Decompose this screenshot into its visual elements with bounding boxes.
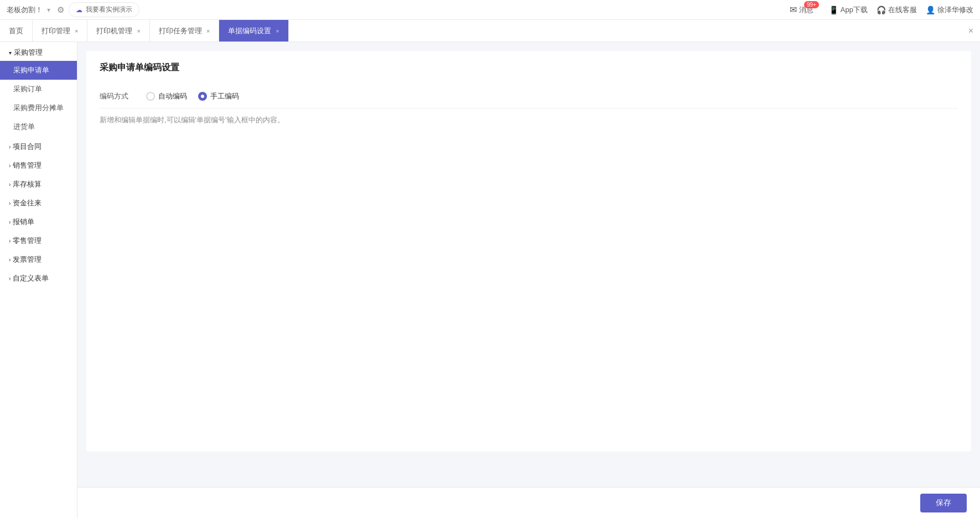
manual-code-label: 手工编码 bbox=[210, 91, 239, 101]
sidebar-group-project-label: 项目合同 bbox=[13, 142, 42, 152]
sidebar-item-stock-in[interactable]: 进货单 bbox=[0, 117, 77, 136]
sidebar-item-purchase-order[interactable]: 采购订单 bbox=[0, 80, 77, 99]
cloud-icon: ☁ bbox=[76, 6, 82, 14]
auto-code-radio[interactable]: 自动编码 bbox=[146, 91, 187, 101]
tab-print-mgmt[interactable]: 打印管理 × bbox=[33, 20, 87, 42]
sidebar-group-capital-title[interactable]: › 资金往来 bbox=[0, 193, 77, 211]
service-button[interactable]: 🎧 在线客服 bbox=[877, 5, 917, 15]
main-layout: ▾ 采购管理 采购申请单 采购订单 采购费用分摊单 进货单 › 项目合同 bbox=[0, 42, 980, 518]
expand-arrow-icon-retail: › bbox=[9, 238, 11, 244]
tab-single-code-setting[interactable]: 单据编码设置 × bbox=[219, 20, 288, 42]
sidebar-group-sales-title[interactable]: › 销售管理 bbox=[0, 155, 77, 174]
sidebar-group-purchase: ▾ 采购管理 采购申请单 采购订单 采购费用分摊单 进货单 bbox=[0, 42, 77, 136]
tab-print-task-mgmt-label: 打印任务管理 bbox=[159, 26, 202, 36]
sidebar-group-custom-label: 自定义表单 bbox=[13, 273, 49, 283]
sidebar-group-custom-title[interactable]: › 自定义表单 bbox=[0, 268, 77, 287]
tab-single-code-setting-label: 单据编码设置 bbox=[228, 26, 271, 36]
code-method-row: 编码方式 自动编码 手工编码 bbox=[100, 85, 958, 108]
sidebar-item-purchase-fee-label: 采购费用分摊单 bbox=[13, 103, 64, 112]
content-footer: 保存 bbox=[77, 487, 980, 518]
sidebar-group-inventory: › 库存核算 bbox=[0, 174, 77, 193]
user-avatar[interactable]: 👤 徐泽华修改 bbox=[926, 5, 973, 15]
sidebar-group-capital: › 资金往来 bbox=[0, 193, 77, 211]
user-name: 徐泽华修改 bbox=[937, 5, 973, 15]
sidebar-item-purchase-fee[interactable]: 采购费用分摊单 bbox=[0, 99, 77, 117]
appdown-label: App下载 bbox=[841, 5, 868, 15]
tab-bar: 首页 打印管理 × 打印机管理 × 打印任务管理 × 单据编码设置 × × bbox=[0, 20, 980, 42]
sidebar-group-invoice-title[interactable]: › 发票管理 bbox=[0, 249, 77, 268]
brand-text: 老板勿割！ bbox=[7, 5, 43, 15]
tab-print-task-mgmt[interactable]: 打印任务管理 × bbox=[150, 20, 219, 42]
save-button[interactable]: 保存 bbox=[920, 494, 967, 512]
manual-code-radio[interactable]: 手工编码 bbox=[198, 91, 239, 101]
sidebar-group-capital-label: 资金往来 bbox=[13, 198, 42, 208]
tab-printer-mgmt-label: 打印机管理 bbox=[96, 26, 132, 36]
expand-arrow-icon-invoice: › bbox=[9, 257, 11, 263]
top-bar-right: ✉ 消息 99+ 📱 App下载 🎧 在线客服 👤 徐泽华修改 bbox=[790, 4, 973, 15]
description-text: 新增和编辑单据编时,可以编辑'单据编号'输入框中的内容。 bbox=[100, 115, 958, 125]
sidebar-group-returns-title[interactable]: › 报销单 bbox=[0, 211, 77, 230]
sidebar-group-retail-title[interactable]: › 零售管理 bbox=[0, 230, 77, 249]
expand-arrow-icon-custom: › bbox=[9, 276, 11, 282]
message-icon: ✉ bbox=[790, 4, 797, 15]
code-method-label: 编码方式 bbox=[100, 91, 133, 101]
tab-print-mgmt-close[interactable]: × bbox=[75, 28, 78, 34]
auto-code-label: 自动编码 bbox=[158, 91, 187, 101]
expand-arrow-icon-capital: › bbox=[9, 200, 11, 206]
sidebar-group-inventory-label: 库存核算 bbox=[13, 179, 42, 189]
tab-print-mgmt-label: 打印管理 bbox=[42, 26, 70, 36]
auto-code-radio-circle bbox=[146, 92, 155, 101]
expand-arrow-icon-sales: › bbox=[9, 163, 11, 169]
manual-code-radio-circle bbox=[198, 92, 207, 101]
chevron-down-icon[interactable]: ▾ bbox=[47, 6, 50, 14]
sidebar-item-stock-in-label: 进货单 bbox=[13, 122, 35, 131]
sidebar-group-returns: › 报销单 bbox=[0, 211, 77, 230]
tab-home[interactable]: 首页 bbox=[0, 20, 33, 42]
sidebar-group-custom: › 自定义表单 bbox=[0, 268, 77, 287]
sidebar-item-purchase-request[interactable]: 采购申请单 bbox=[0, 61, 77, 80]
service-label: 在线客服 bbox=[888, 5, 917, 15]
tab-printer-mgmt[interactable]: 打印机管理 × bbox=[87, 20, 149, 42]
sidebar-item-purchase-request-label: 采购申请单 bbox=[13, 66, 49, 74]
sidebar-group-sales-label: 销售管理 bbox=[13, 160, 42, 170]
message-button[interactable]: ✉ 消息 99+ bbox=[790, 4, 813, 15]
appdown-button[interactable]: 📱 App下载 bbox=[829, 5, 868, 15]
content-area: 采购申请单编码设置 编码方式 自动编码 手工编码 bbox=[77, 42, 980, 518]
page-title: 采购申请单编码设置 bbox=[100, 62, 958, 74]
user-icon: 👤 bbox=[926, 6, 935, 14]
sidebar-group-returns-label: 报销单 bbox=[13, 217, 34, 227]
sidebar-group-invoice: › 发票管理 bbox=[0, 249, 77, 268]
top-bar-left: 老板勿割！ ▾ ⚙ ☁ 我要看实例演示 bbox=[7, 2, 139, 17]
prompt-bubble[interactable]: ☁ 我要看实例演示 bbox=[69, 2, 139, 17]
sidebar-group-project-title[interactable]: › 项目合同 bbox=[0, 136, 77, 155]
content-inner: 采购申请单编码设置 编码方式 自动编码 手工编码 bbox=[77, 42, 980, 487]
sidebar-group-purchase-label: 采购管理 bbox=[14, 48, 43, 58]
prompt-text: 我要看实例演示 bbox=[86, 5, 132, 14]
message-badge: 99+ bbox=[804, 1, 819, 8]
sidebar-group-sales: › 销售管理 bbox=[0, 155, 77, 174]
sidebar-group-retail: › 零售管理 bbox=[0, 230, 77, 249]
expand-arrow-icon-inventory: › bbox=[9, 182, 11, 188]
sidebar-group-purchase-title[interactable]: ▾ 采购管理 bbox=[0, 42, 77, 61]
sidebar-group-inventory-title[interactable]: › 库存核算 bbox=[0, 174, 77, 193]
tab-home-label: 首页 bbox=[9, 26, 23, 36]
sidebar: ▾ 采购管理 采购申请单 采购订单 采购费用分摊单 进货单 › 项目合同 bbox=[0, 42, 77, 518]
close-all-icon: × bbox=[968, 26, 973, 36]
page-card: 采购申请单编码设置 编码方式 自动编码 手工编码 bbox=[86, 51, 971, 452]
sidebar-group-invoice-label: 发票管理 bbox=[13, 255, 42, 265]
expand-arrow-icon-returns: › bbox=[9, 219, 11, 225]
tab-single-code-setting-close[interactable]: × bbox=[276, 28, 279, 34]
top-bar: 老板勿割！ ▾ ⚙ ☁ 我要看实例演示 ✉ 消息 99+ 📱 App下载 🎧 在… bbox=[0, 0, 980, 20]
collapse-arrow-icon: ▾ bbox=[9, 50, 12, 56]
sidebar-group-project: › 项目合同 bbox=[0, 136, 77, 155]
code-method-radio-group: 自动编码 手工编码 bbox=[146, 91, 239, 101]
gear-icon[interactable]: ⚙ bbox=[57, 5, 64, 15]
expand-arrow-icon-project: › bbox=[9, 144, 11, 150]
tab-printer-mgmt-close[interactable]: × bbox=[137, 28, 140, 34]
headset-icon: 🎧 bbox=[877, 6, 886, 14]
appdown-icon: 📱 bbox=[829, 6, 838, 14]
close-all-tabs[interactable]: × bbox=[962, 20, 980, 42]
sidebar-group-retail-label: 零售管理 bbox=[13, 236, 42, 246]
tab-print-task-mgmt-close[interactable]: × bbox=[206, 28, 210, 34]
sidebar-item-purchase-order-label: 采购订单 bbox=[13, 85, 42, 93]
